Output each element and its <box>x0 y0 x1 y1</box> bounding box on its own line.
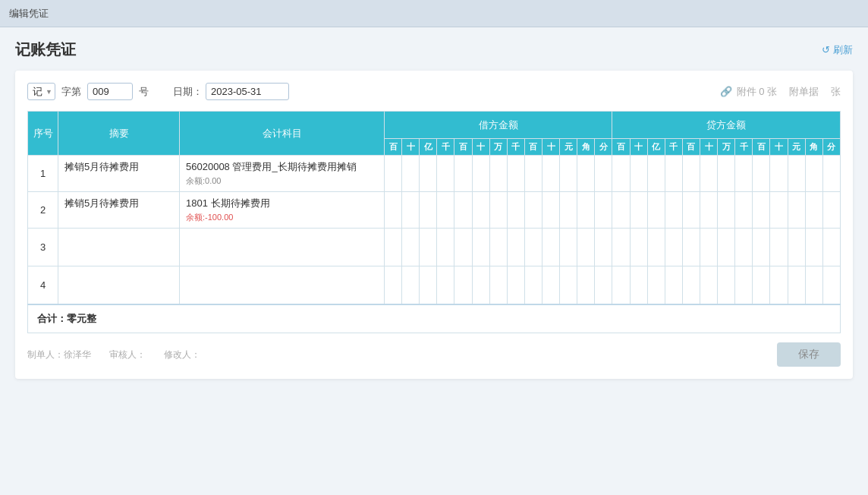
row4-c2[interactable] <box>630 266 647 304</box>
row2-c5[interactable] <box>682 192 700 229</box>
row2-d1[interactable] <box>385 192 402 229</box>
row3-c6[interactable] <box>700 229 717 266</box>
row4-d1[interactable] <box>385 266 402 304</box>
row4-c9[interactable] <box>753 266 770 304</box>
row3-d8[interactable] <box>507 229 524 266</box>
row4-c5[interactable] <box>682 266 700 304</box>
row1-c2[interactable] <box>630 156 647 192</box>
row3-d11[interactable] <box>560 229 577 266</box>
row4-c4[interactable] <box>665 266 682 304</box>
row2-d9[interactable] <box>524 192 542 229</box>
row3-d7[interactable] <box>489 229 507 266</box>
row1-c3[interactable] <box>647 156 665 192</box>
row4-d9[interactable] <box>524 266 542 304</box>
row2-c12[interactable] <box>805 192 822 229</box>
row3-account[interactable] <box>180 229 385 266</box>
row1-d5[interactable] <box>454 156 472 192</box>
row4-c1[interactable] <box>612 266 630 304</box>
save-button[interactable]: 保存 <box>777 342 841 367</box>
row1-d7[interactable] <box>489 156 507 192</box>
number-item[interactable] <box>87 83 133 100</box>
row3-d12[interactable] <box>577 229 595 266</box>
row2-c3[interactable] <box>647 192 665 229</box>
row1-d11[interactable] <box>560 156 577 192</box>
row2-d11[interactable] <box>560 192 577 229</box>
row2-d5[interactable] <box>454 192 472 229</box>
row4-d6[interactable] <box>472 266 489 304</box>
row4-c13[interactable] <box>822 266 840 304</box>
row4-c12[interactable] <box>805 266 822 304</box>
row4-d4[interactable] <box>437 266 454 304</box>
row2-c8[interactable] <box>735 192 753 229</box>
row2-d6[interactable] <box>472 192 489 229</box>
row4-d13[interactable] <box>595 266 612 304</box>
row3-c9[interactable] <box>753 229 770 266</box>
row3-d2[interactable] <box>402 229 420 266</box>
row1-d2[interactable] <box>402 156 420 192</box>
row3-c11[interactable] <box>788 229 805 266</box>
row1-c11[interactable] <box>788 156 805 192</box>
row4-d7[interactable] <box>489 266 507 304</box>
row1-summary[interactable]: 摊销5月待摊费用 <box>58 156 180 192</box>
row3-c2[interactable] <box>630 229 647 266</box>
row3-d9[interactable] <box>524 229 542 266</box>
row4-d5[interactable] <box>454 266 472 304</box>
row2-d12[interactable] <box>577 192 595 229</box>
row4-c10[interactable] <box>770 266 788 304</box>
row2-c7[interactable] <box>718 192 735 229</box>
row2-c2[interactable] <box>630 192 647 229</box>
row3-d1[interactable] <box>385 229 402 266</box>
row3-d13[interactable] <box>595 229 612 266</box>
row2-d3[interactable] <box>420 192 437 229</box>
row1-c4[interactable] <box>665 156 682 192</box>
row1-c9[interactable] <box>753 156 770 192</box>
row1-d6[interactable] <box>472 156 489 192</box>
row3-d5[interactable] <box>454 229 472 266</box>
row2-c11[interactable] <box>788 192 805 229</box>
row2-c9[interactable] <box>753 192 770 229</box>
attach-link[interactable]: 🔗 附件 0 张 <box>720 85 777 99</box>
refresh-button[interactable]: ↺ 刷新 <box>822 43 853 57</box>
row2-account[interactable]: 1801 长期待摊费用 余额:-100.00 <box>180 192 385 229</box>
row2-c10[interactable] <box>770 192 788 229</box>
row1-c12[interactable] <box>805 156 822 192</box>
row3-c7[interactable] <box>718 229 735 266</box>
row3-c3[interactable] <box>647 229 665 266</box>
row3-c8[interactable] <box>735 229 753 266</box>
row4-c3[interactable] <box>647 266 665 304</box>
row3-d3[interactable] <box>420 229 437 266</box>
row2-c6[interactable] <box>700 192 717 229</box>
row4-d11[interactable] <box>560 266 577 304</box>
row4-c7[interactable] <box>718 266 735 304</box>
row1-c7[interactable] <box>718 156 735 192</box>
row4-d12[interactable] <box>577 266 595 304</box>
row1-c13[interactable] <box>822 156 840 192</box>
row2-d8[interactable] <box>507 192 524 229</box>
row3-c5[interactable] <box>682 229 700 266</box>
row4-d10[interactable] <box>542 266 559 304</box>
row1-d3[interactable] <box>420 156 437 192</box>
row4-c11[interactable] <box>788 266 805 304</box>
row3-c13[interactable] <box>822 229 840 266</box>
row2-d4[interactable] <box>437 192 454 229</box>
row3-d6[interactable] <box>472 229 489 266</box>
voucher-number-input[interactable] <box>87 83 133 100</box>
row2-d2[interactable] <box>402 192 420 229</box>
row2-c13[interactable] <box>822 192 840 229</box>
row3-d4[interactable] <box>437 229 454 266</box>
row2-c1[interactable] <box>612 192 630 229</box>
row2-d10[interactable] <box>542 192 559 229</box>
row1-d10[interactable] <box>542 156 559 192</box>
row1-c6[interactable] <box>700 156 717 192</box>
row1-c1[interactable] <box>612 156 630 192</box>
row1-account[interactable]: 56020008 管理费用_长期待摊费用摊销 余额:0.00 <box>180 156 385 192</box>
type-select-wrapper[interactable]: 记 <box>27 83 55 100</box>
type-select[interactable]: 记 <box>27 83 55 100</box>
row1-d4[interactable] <box>437 156 454 192</box>
row3-c12[interactable] <box>805 229 822 266</box>
row2-d7[interactable] <box>489 192 507 229</box>
row4-c8[interactable] <box>735 266 753 304</box>
row4-d8[interactable] <box>507 266 524 304</box>
row4-account[interactable] <box>180 266 385 304</box>
row1-d1[interactable] <box>385 156 402 192</box>
